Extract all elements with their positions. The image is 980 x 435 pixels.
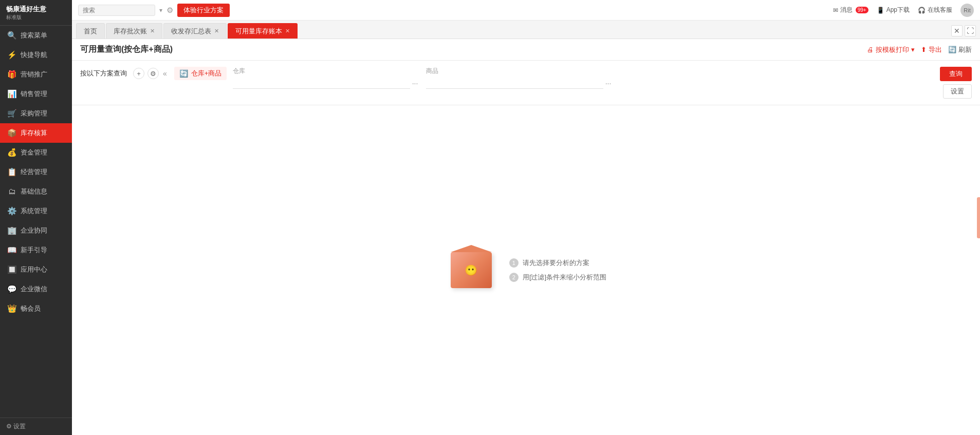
warehouse-input[interactable] (233, 78, 410, 89)
sidebar-label-operation: 经营管理 (21, 167, 47, 177)
sidebar-item-purchase[interactable]: 🛒 采购管理 (0, 104, 72, 123)
sidebar-icon-vip: 👑 (7, 304, 16, 313)
sidebar-item-quick-nav[interactable]: ⚡ 快捷导航 (0, 45, 72, 65)
topbar-dropdown-icon[interactable]: ▾ (159, 7, 162, 14)
scheme-label: 仓库+商品 (191, 69, 222, 78)
warehouse-more-button[interactable]: ··· (412, 79, 418, 87)
sidebar-bottom[interactable]: ⚙ 设置 (0, 418, 72, 435)
tab-home[interactable]: 首页 (76, 23, 105, 39)
tab-collection-summary-label: 收发存汇总表 (171, 27, 211, 36)
app-download-button[interactable]: 📱 App下载 (877, 6, 910, 14)
sidebar-item-apps[interactable]: 🔲 应用中心 (0, 260, 72, 279)
sidebar-item-marketing[interactable]: 🎁 营销推广 (0, 65, 72, 84)
sidebar-item-guide[interactable]: 📖 新手引导 (0, 240, 72, 260)
sidebar-label-search: 搜索菜单 (21, 31, 47, 40)
sidebar-item-search[interactable]: 🔍 搜索菜单 (0, 26, 72, 45)
hint-number-1: 1 (509, 258, 519, 268)
username-display: Rit (964, 7, 970, 13)
tab-available-stock[interactable]: 可用量库存账本 ✕ (228, 23, 298, 39)
empty-box-face-icon: 😶 (465, 264, 477, 276)
filter-label: 按以下方案查询 (80, 67, 127, 78)
edit-scheme-button[interactable]: ⚙ (147, 68, 159, 79)
sidebar-label-enterprise: 企业协同 (21, 226, 47, 235)
page-header: 可用量查询(按仓库+商品) 🖨 按模板打印 ▾ ⬆ 导出 🔄 刷新 (72, 39, 980, 61)
export-icon: ⬆ (921, 46, 927, 53)
empty-hint-1: 1 请先选择要分析的方案 (509, 258, 606, 268)
sidebar-item-basic[interactable]: 🗂 基础信息 (0, 182, 72, 201)
empty-text: 1 请先选择要分析的方案 2 用[过滤]条件来缩小分析范围 (509, 258, 606, 282)
sidebar-label-marketing: 营销推广 (21, 70, 47, 79)
sidebar-label-finance: 资金管理 (21, 148, 47, 157)
sidebar-scroll: 🔍 搜索菜单 ⚡ 快捷导航 🎁 营销推广 📊 销售管理 🛒 采购管理 📦 库存核… (0, 26, 72, 418)
topbar-search-input[interactable] (78, 5, 155, 16)
filter-field-product: 商品 ··· (426, 67, 611, 89)
sidebar-label-wechat: 企业微信 (21, 285, 47, 294)
product-more-button[interactable]: ··· (605, 79, 612, 87)
print-template-button[interactable]: 🖨 按模板打印 ▾ (867, 45, 915, 54)
industry-solution-button[interactable]: 体验行业方案 (177, 4, 230, 17)
refresh-button[interactable]: 🔄 刷新 (948, 45, 972, 54)
sidebar-label-basic: 基础信息 (21, 187, 47, 196)
tab-batch-ledger-label: 库存批次账 (114, 27, 147, 36)
scheme-icon: 🔄 (179, 69, 188, 78)
tab-batch-ledger-close[interactable]: ✕ (150, 28, 155, 34)
topbar-gear-icon[interactable]: ⚙ (167, 6, 173, 15)
query-btn-area: 查询 设置 (940, 67, 972, 99)
messages-button[interactable]: ✉ 消息 99+ (833, 6, 868, 14)
online-service-button[interactable]: 🎧 在线客服 (918, 6, 952, 14)
sidebar-label-guide: 新手引导 (21, 245, 47, 255)
empty-box-graphic: 😶 (451, 252, 492, 288)
export-button[interactable]: ⬆ 导出 (921, 45, 942, 54)
settings-button[interactable]: 设置 (943, 84, 972, 99)
main-area: ▾ ⚙ 体验行业方案 ✉ 消息 99+ 📱 App下载 🎧 在线客服 Rit (72, 0, 980, 435)
fullscreen-tab-control[interactable]: ⛶ (965, 25, 976, 36)
filter-area: 按以下方案查询 + ⚙ « 🔄 仓库+商品 仓库 ··· (72, 61, 980, 105)
export-label: 导出 (929, 45, 942, 54)
product-input[interactable] (426, 78, 603, 89)
headset-icon: 🎧 (918, 7, 926, 14)
sidebar-item-enterprise[interactable]: 🏢 企业协同 (0, 221, 72, 240)
topbar: ▾ ⚙ 体验行业方案 ✉ 消息 99+ 📱 App下载 🎧 在线客服 Rit (72, 0, 980, 21)
sidebar-icon-sales: 📊 (7, 89, 16, 99)
filter-fields: 仓库 ··· 商品 ··· (233, 67, 934, 89)
sidebar-item-sales[interactable]: 📊 销售管理 (0, 84, 72, 104)
right-scroll-indicator[interactable] (977, 197, 980, 238)
tab-home-label: 首页 (84, 27, 97, 36)
sidebar-icon-inventory: 📦 (7, 128, 16, 138)
messages-label: 消息 (840, 6, 853, 14)
sidebar-item-finance[interactable]: 💰 资金管理 (0, 143, 72, 162)
hint-text-1: 请先选择要分析的方案 (523, 258, 589, 268)
sidebar-label-purchase: 采购管理 (21, 109, 47, 118)
query-button[interactable]: 查询 (940, 67, 972, 81)
filter-scheme-item-warehouse-product[interactable]: 🔄 仓库+商品 (174, 67, 227, 80)
tab-batch-ledger[interactable]: 库存批次账 ✕ (106, 23, 162, 39)
message-icon: ✉ (833, 7, 838, 14)
add-scheme-button[interactable]: + (133, 68, 144, 79)
sidebar-item-system[interactable]: ⚙️ 系统管理 (0, 201, 72, 221)
tab-available-stock-close[interactable]: ✕ (285, 28, 290, 34)
sidebar-item-inventory[interactable]: 📦 库存核算 (0, 123, 72, 143)
sidebar-icon-purchase: 🛒 (7, 109, 16, 118)
sidebar-label-quick-nav: 快捷导航 (21, 50, 47, 60)
close-tab-control[interactable]: ✕ (951, 25, 963, 36)
sidebar-icon-basic: 🗂 (7, 187, 16, 196)
tab-collection-summary-close[interactable]: ✕ (214, 28, 219, 34)
collapse-filter-button[interactable]: « (162, 68, 168, 79)
sidebar-item-wechat[interactable]: 💬 企业微信 (0, 279, 72, 299)
filter-field-warehouse: 仓库 ··· (233, 67, 418, 89)
sidebar-logo: 畅康通好生意 标准版 (0, 0, 72, 26)
print-label: 按模板打印 (876, 45, 909, 54)
print-dropdown-icon[interactable]: ▾ (911, 46, 915, 53)
empty-hint-2: 2 用[过滤]条件来缩小分析范围 (509, 273, 606, 282)
sidebar-label-inventory: 库存核算 (21, 128, 47, 138)
tab-collection-summary[interactable]: 收发存汇总表 ✕ (163, 23, 227, 39)
user-avatar[interactable]: Rit (960, 4, 974, 17)
product-label: 商品 (426, 67, 611, 75)
sidebar-icon-apps: 🔲 (7, 265, 16, 274)
sidebar-label-sales: 销售管理 (21, 89, 47, 99)
sidebar-item-vip[interactable]: 👑 畅会员 (0, 299, 72, 318)
sidebar-icon-system: ⚙️ (7, 206, 16, 216)
tabs-right-controls: ✕ ⛶ (951, 25, 976, 39)
refresh-label: 刷新 (958, 45, 972, 54)
sidebar-item-operation[interactable]: 📋 经营管理 (0, 162, 72, 182)
